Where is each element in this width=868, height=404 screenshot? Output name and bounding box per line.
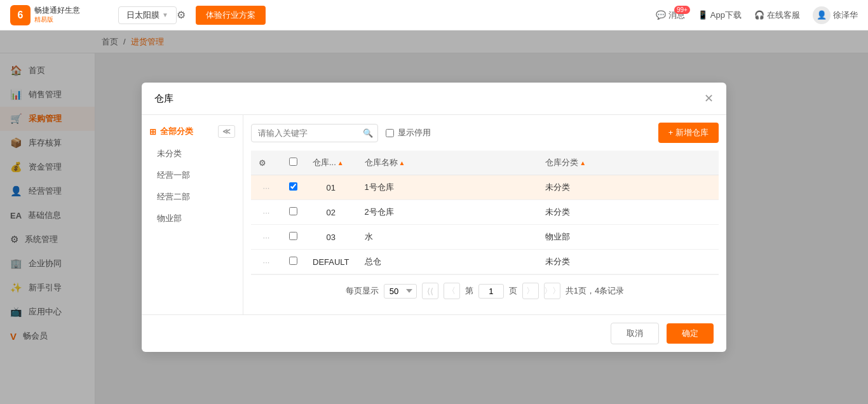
row-code-2: 03 (305, 225, 357, 250)
mobile-icon: 📱 (698, 10, 708, 20)
warehouse-modal: 仓库 ✕ ⊞ 全部分类 ≪ 未分类 经营一部 经营二部 物业部 (142, 83, 726, 352)
total-info: 共1页，4条记录 (566, 285, 624, 297)
th-name-label: 仓库名称 (365, 157, 398, 168)
th-category-label: 仓库分类 (545, 157, 578, 168)
chevron-down-icon: ▼ (162, 11, 168, 18)
last-page-button[interactable]: 〉〉 (544, 283, 560, 299)
category-panel: ⊞ 全部分类 ≪ 未分类 经营一部 经营二部 物业部 (142, 115, 243, 314)
pagination-bar: 每页显示 50 100 ⟨⟨ 〈 第 页 〉 〉〉 共1页，4条记录 (251, 274, 719, 307)
show-disabled-text: 显示停用 (398, 127, 431, 138)
online-service-label: 在线客服 (767, 10, 800, 21)
sort-name-icon: ▲ (399, 159, 405, 166)
user-avatar: 👤 (813, 6, 831, 24)
store-selector[interactable]: 日太阳膜 ▼ (118, 6, 177, 24)
th-checkbox (281, 151, 305, 175)
show-disabled-label: 显示停用 (386, 127, 431, 138)
logo-icon: 6 (10, 5, 31, 25)
table-toolbar: 🔍 显示停用 + 新增仓库 (251, 123, 719, 143)
search-icon[interactable]: 🔍 (363, 128, 373, 138)
top-header: 6 畅捷通好生意 精易版 日太阳膜 ▼ ⚙ 体验行业方案 💬 消息 99+ 📱 … (0, 0, 868, 30)
user-info[interactable]: 👤 徐泽华 (813, 6, 858, 24)
search-input[interactable] (251, 124, 378, 142)
sort-category-icon: ▲ (580, 159, 586, 166)
row-more-1[interactable]: ··· (251, 200, 281, 225)
store-name: 日太阳膜 (126, 10, 159, 21)
row-name-3: 总仓 (357, 250, 538, 274)
per-page-select[interactable]: 50 100 (384, 284, 417, 299)
row-code-3: DEFAULT (305, 250, 357, 274)
th-code: 仓库... ▲ (305, 151, 357, 175)
modal-header: 仓库 ✕ (142, 83, 726, 115)
collapse-button[interactable]: ≪ (218, 125, 235, 138)
modal-close-button[interactable]: ✕ (704, 91, 714, 105)
app-download-label: App下载 (710, 10, 742, 21)
settings-icon[interactable]: ⚙ (177, 9, 186, 21)
page-number-input[interactable] (478, 284, 504, 299)
row-category-3: 未分类 (538, 250, 719, 274)
brand-name: 畅捷通好生意 (34, 6, 80, 16)
page-label: 第 (465, 285, 473, 297)
row-category-0: 未分类 (538, 175, 719, 200)
app-download-item[interactable]: 📱 App下载 (698, 10, 742, 21)
messages-item[interactable]: 💬 消息 99+ (656, 10, 685, 21)
cancel-button[interactable]: 取消 (611, 323, 659, 344)
th-settings: ⚙ (251, 151, 281, 175)
table-row[interactable]: ··· 02 2号仓库 未分类 (251, 200, 719, 225)
row-code-0: 01 (305, 175, 357, 200)
logo-area: 6 畅捷通好生意 精易版 (10, 5, 105, 25)
trial-button[interactable]: 体验行业方案 (196, 6, 266, 25)
brand-sub: 精易版 (34, 15, 80, 24)
table-row[interactable]: ··· 01 1号仓库 未分类 (251, 175, 719, 200)
add-warehouse-button[interactable]: + 新增仓库 (658, 123, 719, 143)
header-right: 💬 消息 99+ 📱 App下载 🎧 在线客服 👤 徐泽华 (656, 6, 858, 24)
row-name-0: 1号仓库 (357, 175, 538, 200)
row-checkbox-0[interactable] (281, 175, 305, 200)
username-label: 徐泽华 (833, 10, 858, 21)
show-disabled-checkbox[interactable] (386, 129, 394, 137)
modal-footer: 取消 确定 (142, 314, 726, 352)
row-checkbox-2[interactable] (281, 225, 305, 250)
first-page-button[interactable]: ⟨⟨ (422, 283, 438, 299)
table-panel: 🔍 显示停用 + 新增仓库 ⚙ (243, 115, 726, 314)
confirm-button[interactable]: 确定 (667, 323, 714, 344)
table-row[interactable]: ··· 03 水 物业部 (251, 225, 719, 250)
sort-icon: ▲ (337, 159, 344, 166)
next-page-button[interactable]: 〉 (522, 283, 539, 299)
row-more-2[interactable]: ··· (251, 225, 281, 250)
online-service-item[interactable]: 🎧 在线客服 (754, 10, 800, 21)
category-all-header[interactable]: ⊞ 全部分类 ≪ (142, 120, 243, 143)
row-more-3[interactable]: ··· (251, 250, 281, 274)
th-category: 仓库分类 ▲ (538, 151, 719, 175)
category-item-ops2[interactable]: 经营二部 (142, 186, 243, 208)
modal-title: 仓库 (154, 93, 173, 105)
row-name-2: 水 (357, 225, 538, 250)
messages-badge: 99+ (674, 6, 690, 14)
headset-icon: 🎧 (754, 10, 764, 20)
row-category-2: 物业部 (538, 225, 719, 250)
search-input-wrap: 🔍 (251, 124, 378, 142)
category-item-ops1[interactable]: 经营一部 (142, 165, 243, 186)
row-checkbox-1[interactable] (281, 200, 305, 225)
category-all-label: 全部分类 (160, 126, 193, 137)
row-code-1: 02 (305, 200, 357, 225)
category-item-uncategorized[interactable]: 未分类 (142, 143, 243, 165)
row-more-0[interactable]: ··· (251, 175, 281, 200)
row-checkbox-3[interactable] (281, 250, 305, 274)
per-page-label: 每页显示 (346, 285, 379, 297)
message-icon: 💬 (656, 10, 666, 20)
row-category-1: 未分类 (538, 200, 719, 225)
page-unit: 页 (509, 285, 517, 297)
modal-body: ⊞ 全部分类 ≪ 未分类 经营一部 经营二部 物业部 🔍 (142, 115, 726, 314)
row-name-1: 2号仓库 (357, 200, 538, 225)
select-all-checkbox[interactable] (289, 158, 297, 166)
th-name: 仓库名称 ▲ (357, 151, 538, 175)
category-item-property[interactable]: 物业部 (142, 208, 243, 229)
th-code-label: 仓库... (313, 157, 336, 168)
warehouse-table: ⚙ 仓库... ▲ 仓库名称 ▲ (251, 151, 719, 274)
modal-overlay: 仓库 ✕ ⊞ 全部分类 ≪ 未分类 经营一部 经营二部 物业部 (0, 30, 868, 404)
grid-icon: ⊞ (149, 127, 156, 137)
table-row[interactable]: ··· DEFAULT 总仓 未分类 (251, 250, 719, 274)
prev-page-button[interactable]: 〈 (444, 283, 460, 299)
